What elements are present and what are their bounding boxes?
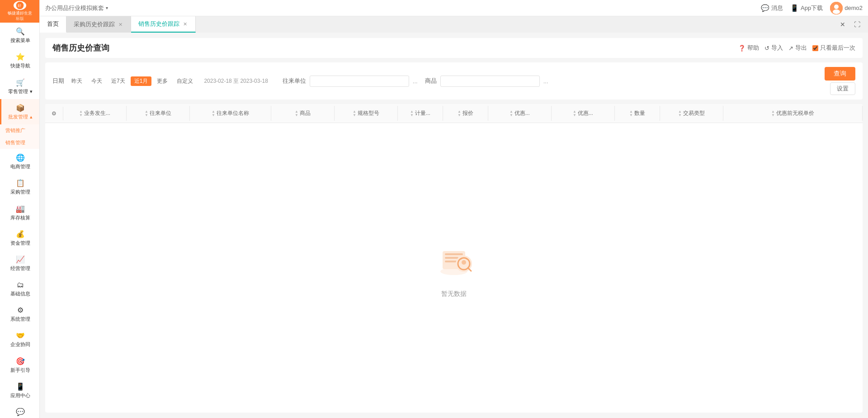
sidebar-item-label: 搜索菜单 [10,37,30,43]
sidebar-item-enterprise[interactable]: 🤝 企业协同 [0,327,39,352]
sidebar-item-label: 企业协同 [10,341,30,347]
partner-filter-label: 往来单位 [283,77,306,85]
date-filter-group: 日期 昨天 今天 近7天 近1月 更多 自定义 [52,76,197,86]
app-download-button[interactable]: 📱 App下载 [790,4,823,12]
partner-input[interactable] [310,76,409,87]
svg-rect-8 [445,257,458,259]
sort-arrows: ▲▼ [353,110,356,117]
clipboard-icon: 📋 [16,179,25,187]
th-goods-label: 商品 [300,109,311,117]
th-price[interactable]: ▲▼ 报价 [443,106,488,121]
sidebar-item-apps[interactable]: 📱 应用中心 [0,378,39,403]
sidebar-item-operation[interactable]: 📈 经营管理 [0,251,39,276]
th-pre-tax-price[interactable]: ▲▼ 优惠前无税单价 [723,106,863,121]
sidebar-item-retail[interactable]: 🛒 零售管理 ▾ [0,74,39,99]
date-btn-custom[interactable]: 自定义 [173,76,197,86]
th-discount1[interactable]: ▲▼ 优惠... [488,106,552,121]
help-button[interactable]: ❓ 帮助 [738,44,759,52]
user-profile[interactable]: demo2 [830,2,863,14]
partner-ellipsis[interactable]: ... [413,78,418,85]
title-actions: ❓ 帮助 ↺ 导入 ↗ 导出 只看最后一次 [738,44,855,52]
tab-sales-close[interactable]: ✕ [182,20,188,28]
factory-icon: 🏭 [16,204,25,213]
tab-purchase-label: 采购历史价跟踪 [74,20,115,28]
globe-icon: 🌐 [16,153,25,162]
sidebar-item-guide[interactable]: 🎯 新手引导 [0,352,39,378]
tab-bar: 首页 采购历史价跟踪 ✕ 销售历史价跟踪 ✕ ✕ ⛶ [40,16,868,33]
sort-arrows: ▲▼ [145,110,148,117]
folder-icon: 🗂 [17,281,24,289]
sidebar-item-label: 新手引导 [10,367,30,373]
th-unit[interactable]: ▲▼ 计量... [398,106,443,121]
import-button[interactable]: ↺ 导入 [764,44,783,52]
th-goods[interactable]: ▲▼ 商品 [271,106,335,121]
sidebar-item-wholesale[interactable]: 📦 批发管理 ▴ [0,99,39,124]
user-label: demo2 [844,5,863,11]
sidebar-item-label: 零售管理 ▾ [8,88,32,95]
sidebar-sub-sales-mgmt[interactable]: 销售管理 [0,137,39,149]
sidebar: 好 畅捷通好生意 标版 🔍 搜索菜单 ⭐ 快捷导航 🛒 零售管理 ▾ 📦 批发管… [0,0,40,418]
msg-button[interactable]: 💬 消息 [761,4,783,12]
date-btn-today[interactable]: 今天 [88,76,106,86]
gear-icon: ⚙ [52,110,57,117]
th-discount2[interactable]: ▲▼ 优惠... [552,106,615,121]
svg-rect-7 [445,253,463,255]
th-discount1-label: 优惠... [514,109,530,117]
tab-fullscreen-button[interactable]: ⛶ [852,19,863,30]
sidebar-item-basic[interactable]: 🗂 基础信息 [0,276,39,301]
handshake-icon: 🤝 [16,331,25,340]
date-btn-7days[interactable]: 近7天 [108,76,129,86]
sidebar-item-system[interactable]: ⚙ 系统管理 [0,301,39,327]
sidebar-item-purchase[interactable]: 📋 采购管理 [0,174,39,200]
only-last-checkbox[interactable] [812,45,818,51]
th-spec[interactable]: ▲▼ 规格型号 [335,106,398,121]
cart-icon: 🛒 [16,78,25,87]
app-selector[interactable]: 办公用品行业模拟账套 ▾ [45,4,108,12]
only-last-label: 只看最后一次 [820,44,855,52]
phone-icon: 📱 [16,382,25,391]
sidebar-sub-label: 营销推广 [5,128,25,133]
data-table: ⚙ ▲▼ 业务发生... ▲▼ 往来单位 ▲▼ 往来单位名称 ▲▼ 商品 [45,104,863,413]
svg-point-13 [462,260,466,265]
date-btn-yesterday[interactable]: 昨天 [68,76,86,86]
th-partner-name-label: 往来单位名称 [217,109,249,117]
sidebar-item-label: 系统管理 [10,316,30,322]
search-button[interactable]: 查询 [825,67,855,81]
sidebar-item-shortcut[interactable]: ⭐ 快捷导航 [0,48,39,73]
goods-input[interactable] [440,76,540,87]
header-left: 办公用品行业模拟账套 ▾ [45,4,108,12]
sidebar-item-wechat[interactable]: 💬 企业微信 [0,403,39,418]
th-pre-tax-price-label: 优惠前无税单价 [776,109,814,117]
tab-purchase-close[interactable]: ✕ [118,21,123,28]
sidebar-item-search[interactable]: 🔍 搜索菜单 [0,23,39,48]
svg-text:好: 好 [18,3,21,8]
content-area: 销售历史价查询 ❓ 帮助 ↺ 导入 ↗ 导出 只看最后一次 [40,33,868,418]
sidebar-item-label: 资金管理 [10,240,30,246]
tab-close-all-button[interactable]: ✕ [837,19,848,30]
sidebar-item-ecommerce[interactable]: 🌐 电商管理 [0,149,39,174]
th-qty[interactable]: ▲▼ 数量 [615,106,660,121]
th-biz-date[interactable]: ▲▼ 业务发生... [63,106,127,121]
goods-ellipsis[interactable]: ... [543,78,548,85]
sort-arrows: ▲▼ [573,110,576,117]
msg-label: 消息 [771,4,783,12]
settings-button[interactable]: 设置 [830,82,855,95]
only-last-checkbox-group[interactable]: 只看最后一次 [812,44,855,52]
th-unit-label: 计量... [415,109,430,117]
export-button[interactable]: ↗ 导出 [788,44,807,52]
date-btn-more[interactable]: 更多 [153,76,171,86]
chat-icon: 💬 [16,408,25,416]
th-trade-type-label: 交易类型 [683,109,705,117]
th-partner-name[interactable]: ▲▼ 往来单位名称 [190,106,271,121]
target-icon: 🎯 [16,357,25,366]
date-btn-1month[interactable]: 近1月 [131,76,152,86]
th-trade-type[interactable]: ▲▼ 交易类型 [660,106,723,121]
th-gear[interactable]: ⚙ [45,107,63,120]
sidebar-item-finance[interactable]: 💰 资金管理 [0,225,39,251]
th-partner-code[interactable]: ▲▼ 往来单位 [127,106,190,121]
tab-sales[interactable]: 销售历史价跟踪 ✕ [131,16,196,33]
sidebar-sub-marketing[interactable]: 营销推广 [0,124,39,137]
sidebar-item-inventory[interactable]: 🏭 库存核算 [0,200,39,225]
tab-purchase[interactable]: 采购历史价跟踪 ✕ [66,16,131,33]
tab-home[interactable]: 首页 [40,16,66,33]
